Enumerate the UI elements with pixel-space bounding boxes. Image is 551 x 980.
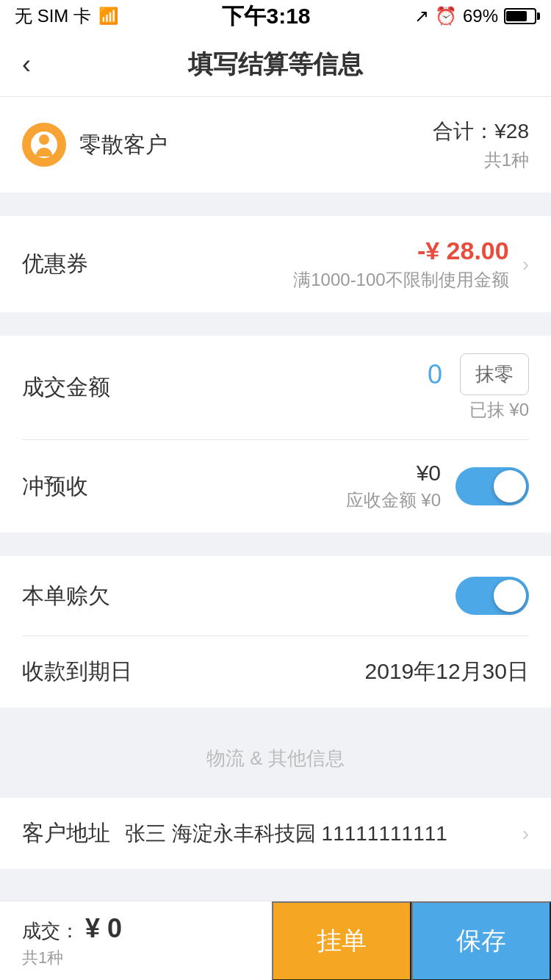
bottom-bar: 成交： ¥ 0 共1种 挂单 保存 — [0, 901, 551, 980]
credit-toggle[interactable] — [455, 577, 529, 615]
nav-bar: ‹ 填写结算等信息 — [0, 32, 551, 97]
customer-left: 零散客户 — [22, 123, 168, 167]
credit-section: 本单赊欠 收款到期日 2019年12月30日 — [0, 556, 551, 707]
prepayment-amount: ¥0 — [346, 461, 441, 486]
carrier-label: 无 SIM 卡 — [15, 4, 91, 28]
round-zero-button[interactable]: 抹零 — [460, 353, 529, 395]
deal-amount-value: 0 — [398, 359, 442, 390]
coupon-section[interactable]: 优惠券 -¥ 28.00 满1000-100不限制使用金额 › — [0, 216, 551, 312]
coupon-label: 优惠券 — [22, 249, 110, 279]
deal-amount-label: 成交金额 — [22, 372, 110, 403]
logistics-text: 物流 & 其他信息 — [206, 746, 345, 771]
separator-3 — [0, 544, 551, 556]
customer-section: 零散客户 合计：¥28 共1种 — [0, 97, 551, 192]
coupon-row[interactable]: 优惠券 -¥ 28.00 满1000-100不限制使用金额 › — [0, 216, 551, 312]
separator-4 — [0, 719, 551, 731]
deal-section: 成交金额 0 抹零 已抹 ¥0 冲预收 ¥0 应收金额 ¥0 — [0, 336, 551, 533]
status-time: 下午3:18 — [222, 1, 310, 32]
prepayment-sub: 应收金额 ¥0 — [346, 489, 441, 512]
bottom-summary: 成交： ¥ 0 共1种 — [0, 913, 272, 969]
credit-row: 本单赊欠 — [0, 556, 551, 635]
address-label: 客户地址 — [22, 818, 110, 849]
address-row[interactable]: 客户地址 张三 海淀永丰科技园 11111111111 › — [0, 798, 551, 869]
address-value: 张三 海淀永丰科技园 11111111111 — [125, 820, 500, 848]
customer-name: 零散客户 — [79, 130, 168, 160]
due-date-value: 2019年12月30日 — [365, 657, 529, 687]
location-icon: ↗ — [414, 6, 429, 26]
address-chevron-icon: › — [522, 822, 529, 846]
pending-button[interactable]: 挂单 — [272, 901, 411, 981]
status-left: 无 SIM 卡 📶 — [15, 4, 118, 28]
address-section[interactable]: 客户地址 张三 海淀永丰科技园 11111111111 › — [0, 798, 551, 869]
status-right: ↗ ⏰ 69% — [414, 6, 536, 26]
credit-toggle-knob — [494, 580, 526, 612]
back-button[interactable]: ‹ — [22, 49, 31, 80]
coupon-description: 满1000-100不限制使用金额 — [293, 268, 508, 292]
summary-amount: ¥ 0 — [85, 913, 122, 944]
wifi-icon: 📶 — [98, 7, 118, 26]
coupon-right: -¥ 28.00 满1000-100不限制使用金额 › — [293, 237, 529, 292]
coupon-discount: -¥ 28.00 — [293, 237, 508, 265]
prepayment-row: 冲预收 ¥0 应收金额 ¥0 — [0, 440, 551, 533]
separator-5 — [0, 786, 551, 798]
coupon-info: -¥ 28.00 满1000-100不限制使用金额 — [293, 237, 508, 292]
deal-amount-sub: 已抹 ¥0 — [469, 398, 529, 422]
battery-icon — [504, 8, 536, 24]
coupon-chevron-icon: › — [522, 253, 529, 276]
total-label: 合计：¥28 — [433, 118, 529, 145]
separator-2 — [0, 324, 551, 336]
due-date-row: 收款到期日 2019年12月30日 — [0, 636, 551, 707]
customer-right: 合计：¥28 共1种 — [433, 118, 529, 172]
page-title: 填写结算等信息 — [188, 48, 363, 82]
customer-row: 零散客户 合计：¥28 共1种 — [0, 97, 551, 192]
prepayment-toggle[interactable] — [455, 467, 529, 505]
battery-label: 69% — [463, 6, 498, 26]
summary-label: 成交： — [22, 918, 79, 944]
main-content: 零散客户 合计：¥28 共1种 优惠券 -¥ 28.00 满1000-100不限… — [0, 97, 551, 969]
total-count: 共1种 — [433, 148, 529, 172]
status-bar: 无 SIM 卡 📶 下午3:18 ↗ ⏰ 69% — [0, 0, 551, 32]
logistics-divider: 物流 & 其他信息 — [0, 731, 551, 786]
deal-amount-row: 成交金额 0 抹零 已抹 ¥0 — [0, 336, 551, 439]
prepayment-label: 冲预收 — [22, 472, 110, 502]
avatar — [22, 123, 66, 167]
separator-1 — [0, 204, 551, 216]
save-button[interactable]: 保存 — [411, 901, 551, 981]
summary-count: 共1种 — [22, 947, 250, 969]
avatar-icon — [31, 131, 57, 158]
alarm-icon: ⏰ — [435, 6, 457, 26]
credit-label: 本单赊欠 — [22, 581, 110, 611]
due-date-label: 收款到期日 — [22, 657, 132, 687]
toggle-knob — [494, 470, 526, 502]
